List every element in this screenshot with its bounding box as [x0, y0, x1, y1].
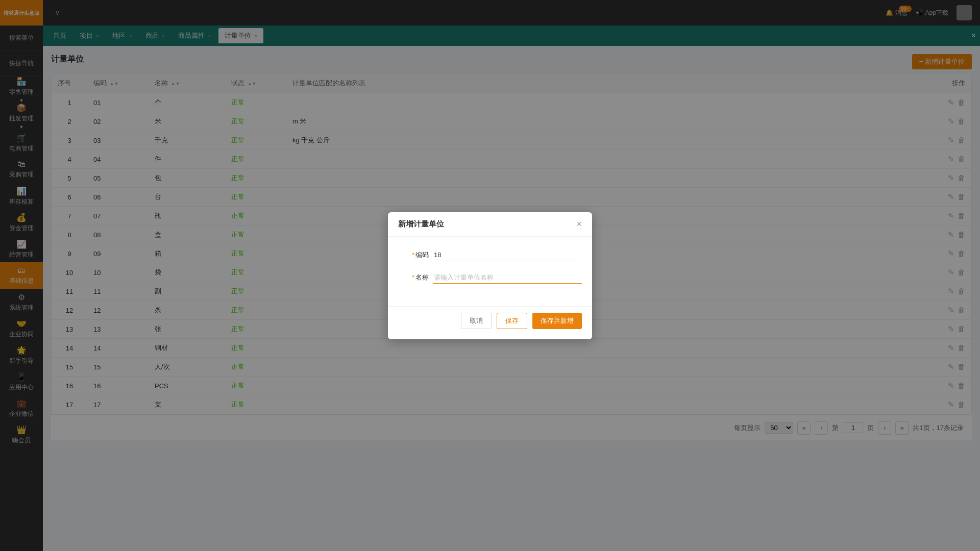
save-and-new-button[interactable]: 保存并新增 — [532, 313, 582, 329]
cancel-button[interactable]: 取消 — [461, 313, 492, 329]
form-item-code: *编码 — [398, 249, 582, 261]
code-input[interactable] — [433, 249, 582, 261]
modal-title: 新增计量单位 — [398, 219, 444, 229]
modal-close-button[interactable]: × — [576, 219, 582, 229]
code-field-label: *编码 — [398, 251, 429, 260]
modal-footer: 取消 保存 保存并新增 — [388, 306, 592, 339]
modal-header: 新增计量单位 × — [388, 212, 592, 237]
modal-body: *编码 *名称 — [388, 237, 592, 306]
add-unit-modal: 新增计量单位 × *编码 *名称 取消 保存 保存并新增 — [388, 212, 592, 339]
save-button[interactable]: 保存 — [497, 313, 527, 329]
name-field-label: *名称 — [398, 273, 429, 282]
form-item-name: *名称 — [398, 271, 582, 284]
modal-overlay[interactable]: 新增计量单位 × *编码 *名称 取消 保存 保存并新增 — [0, 0, 980, 551]
name-input[interactable] — [433, 271, 582, 284]
